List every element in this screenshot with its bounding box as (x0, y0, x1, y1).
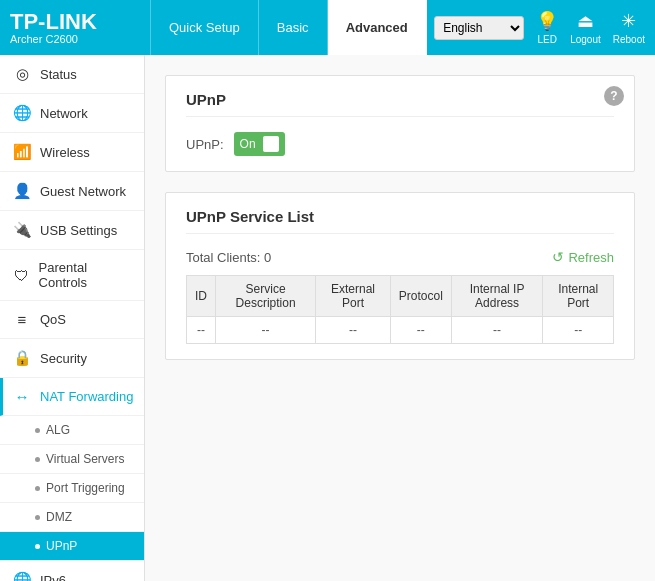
sidebar-item-status[interactable]: ◎ Status (0, 55, 144, 94)
wireless-icon: 📶 (12, 143, 32, 161)
table-cell: -- (316, 317, 391, 344)
col-id: ID (187, 276, 216, 317)
main-content: ? UPnP UPnP: On UPnP Service List Total … (145, 55, 655, 581)
status-icon: ◎ (12, 65, 32, 83)
sidebar-sub-virtual-servers[interactable]: Virtual Servers (0, 445, 144, 474)
col-internal-ip: Internal IP Address (451, 276, 543, 317)
table-cell: -- (390, 317, 451, 344)
network-icon: 🌐 (12, 104, 32, 122)
sidebar-item-nat-forwarding[interactable]: ↔ NAT Forwarding (0, 378, 144, 416)
upnp-toggle[interactable]: On (234, 132, 285, 156)
header-right: English 💡 LED ⏏ Logout ✳ Reboot (434, 10, 645, 45)
reboot-icon: ✳ (621, 10, 636, 32)
tab-advanced[interactable]: Advanced (328, 0, 427, 55)
sidebar-item-security[interactable]: 🔒 Security (0, 339, 144, 378)
col-protocol: Protocol (390, 276, 451, 317)
help-icon[interactable]: ? (604, 86, 624, 106)
table-cell: -- (543, 317, 614, 344)
led-icon: 💡 (536, 10, 558, 32)
upnp-service-list-section: UPnP Service List Total Clients: 0 ↺ Ref… (165, 192, 635, 360)
col-external-port: External Port (316, 276, 391, 317)
toggle-label: On (240, 137, 256, 151)
table-header-row: ID Service Description External Port Pro… (187, 276, 614, 317)
refresh-button[interactable]: ↺ Refresh (552, 249, 614, 265)
parental-icon: 🛡 (12, 267, 31, 284)
sidebar-item-qos[interactable]: ≡ QoS (0, 301, 144, 339)
upnp-form-row: UPnP: On (186, 132, 614, 156)
total-clients: Total Clients: 0 (186, 250, 271, 265)
layout: ◎ Status 🌐 Network 📶 Wireless 👤 Guest Ne… (0, 55, 655, 581)
sub-dot-upnp (35, 544, 40, 549)
sidebar-sub-upnp[interactable]: UPnP (0, 532, 144, 561)
sub-dot-dmz (35, 515, 40, 520)
toggle-knob (263, 136, 279, 152)
tab-basic[interactable]: Basic (259, 0, 328, 55)
service-list-header: Total Clients: 0 ↺ Refresh (186, 249, 614, 265)
sidebar-item-wireless[interactable]: 📶 Wireless (0, 133, 144, 172)
table-cell: -- (216, 317, 316, 344)
refresh-icon: ↺ (552, 249, 564, 265)
upnp-section: ? UPnP UPnP: On (165, 75, 635, 172)
upnp-label: UPnP: (186, 137, 224, 152)
logout-icon: ⏏ (577, 10, 594, 32)
logo-area: TP-LINK Archer C2600 (10, 11, 150, 45)
upnp-section-title: UPnP (186, 91, 614, 117)
language-select[interactable]: English (434, 16, 524, 40)
sidebar-item-network[interactable]: 🌐 Network (0, 94, 144, 133)
sidebar: ◎ Status 🌐 Network 📶 Wireless 👤 Guest Ne… (0, 55, 145, 581)
sidebar-item-parental-controls[interactable]: 🛡 Parental Controls (0, 250, 144, 301)
sidebar-sub-port-triggering[interactable]: Port Triggering (0, 474, 144, 503)
nat-icon: ↔ (12, 388, 32, 405)
header: TP-LINK Archer C2600 Quick Setup Basic A… (0, 0, 655, 55)
logout-button[interactable]: ⏏ Logout (570, 10, 601, 45)
security-icon: 🔒 (12, 349, 32, 367)
col-internal-port: Internal Port (543, 276, 614, 317)
reboot-button[interactable]: ✳ Reboot (613, 10, 645, 45)
logo-tp: TP-LINK (10, 11, 150, 33)
sub-dot-alg (35, 428, 40, 433)
sidebar-sub-alg[interactable]: ALG (0, 416, 144, 445)
usb-icon: 🔌 (12, 221, 32, 239)
sub-dot-virtual (35, 457, 40, 462)
service-list-title: UPnP Service List (186, 208, 614, 234)
sidebar-item-usb-settings[interactable]: 🔌 USB Settings (0, 211, 144, 250)
sidebar-item-guest-network[interactable]: 👤 Guest Network (0, 172, 144, 211)
table-cell: -- (451, 317, 543, 344)
nav-tabs: Quick Setup Basic Advanced (150, 0, 434, 55)
sidebar-item-ipv6[interactable]: 🌐 IPv6 (0, 561, 144, 581)
logo-model: Archer C2600 (10, 33, 150, 45)
sidebar-sub-dmz[interactable]: DMZ (0, 503, 144, 532)
upnp-table: ID Service Description External Port Pro… (186, 275, 614, 344)
table-row: ------------ (187, 317, 614, 344)
led-button[interactable]: 💡 LED (536, 10, 558, 45)
col-service-desc: Service Description (216, 276, 316, 317)
sub-dot-port (35, 486, 40, 491)
tab-quick-setup[interactable]: Quick Setup (150, 0, 259, 55)
ipv6-icon: 🌐 (12, 571, 32, 581)
guest-network-icon: 👤 (12, 182, 32, 200)
qos-icon: ≡ (12, 311, 32, 328)
table-cell: -- (187, 317, 216, 344)
